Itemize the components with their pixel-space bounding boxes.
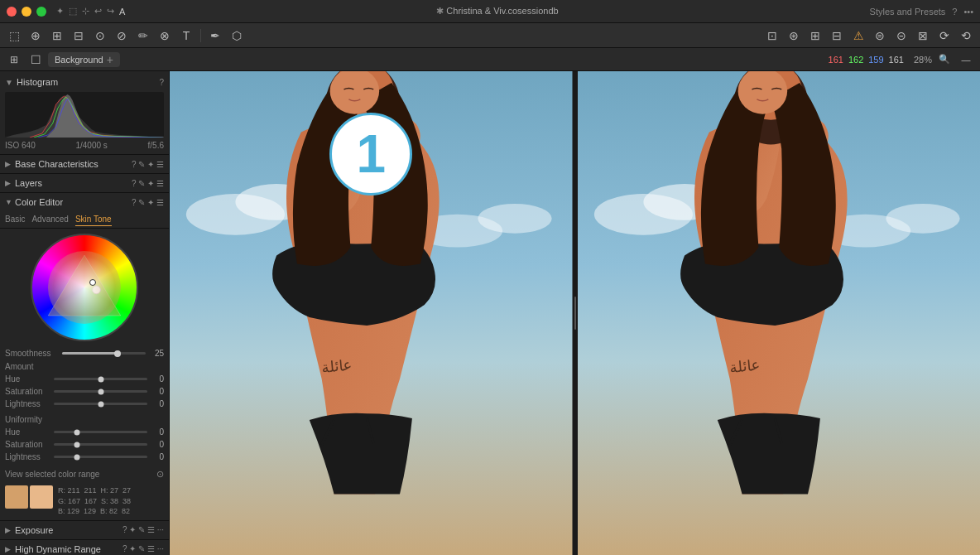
main-area: ▼ Histogram ? ISO 640 1/4000 s f/5.6: [0, 71, 980, 555]
maximize-button[interactable]: [36, 7, 46, 17]
swatch-1[interactable]: [5, 485, 28, 509]
shape-tool[interactable]: ⬡: [228, 27, 246, 45]
text-tool[interactable]: T: [177, 27, 195, 45]
panel-icon[interactable]: ⊠: [914, 27, 932, 45]
uni-light-row: Lightness 0: [5, 451, 164, 463]
uni-hue-slider[interactable]: [54, 431, 147, 433]
heal-tool[interactable]: ⊟: [70, 27, 88, 45]
lightness-value: 0: [151, 399, 164, 408]
help-icon[interactable]: ?: [952, 7, 957, 17]
transform-tool[interactable]: ⊞: [48, 27, 66, 45]
toolbar-separator: [200, 29, 201, 42]
high-dynamic-section: ▶ High Dynamic Range ? ✦ ✎ ☰ ···: [0, 540, 169, 555]
svg-text:عائلة: عائلة: [320, 356, 353, 375]
background-tab[interactable]: Background +: [48, 52, 120, 67]
toolbar-icon[interactable]: ⬚: [69, 6, 77, 17]
uni-sat-row: Saturation 0: [5, 438, 164, 451]
more-icon[interactable]: •••: [963, 7, 973, 17]
pen-tool[interactable]: ✒: [206, 27, 224, 45]
compare-icon[interactable]: ⊟: [828, 27, 846, 45]
view-selected-icon[interactable]: ⊙: [156, 469, 164, 480]
layer-check-icon[interactable]: ☐: [26, 51, 45, 69]
saturation-label: Saturation: [5, 387, 50, 396]
smoothness-slider[interactable]: [62, 352, 146, 355]
export-icon[interactable]: ⊛: [785, 27, 803, 45]
smoothness-row: Smoothness 25: [0, 346, 169, 360]
color-editor-label: Color Editor: [15, 197, 128, 207]
amount-title: Amount: [5, 362, 164, 371]
exposure-chevron: ▶: [5, 526, 12, 534]
uni-sat-slider[interactable]: [54, 443, 147, 446]
swatch-2[interactable]: [30, 485, 53, 509]
hue-value: 0: [151, 374, 164, 384]
saturation-slider[interactable]: [54, 390, 147, 393]
hue-label: Hue: [5, 374, 50, 384]
toolbar-icon[interactable]: ✦: [56, 6, 64, 17]
tab-skin-tone[interactable]: Skin Tone: [75, 213, 112, 226]
high-dynamic-label: High Dynamic Range: [15, 544, 119, 554]
layers-section: ▶ Layers ? ✎ ✦ ☰: [0, 174, 169, 193]
histogram-meta: ISO 640 1/4000 s f/5.6: [5, 140, 164, 151]
layer-grid-icon[interactable]: ⊞: [5, 51, 23, 69]
toolbar-icon[interactable]: ⊹: [82, 6, 89, 17]
comparison-badge: 1: [329, 113, 412, 195]
history-icon[interactable]: ⊡: [763, 27, 781, 45]
pixel-w: 161: [889, 55, 904, 65]
color-wheel[interactable]: [31, 234, 138, 341]
color-editor-header[interactable]: ▼ Color Editor ? ✎ ✦ ☰: [0, 193, 169, 211]
warning-icon[interactable]: ⚠: [849, 27, 867, 45]
base-characteristics-section: ▶ Base Characteristics ? ✎ ✦ ☰: [0, 155, 169, 174]
base-characteristics-header[interactable]: ▶ Base Characteristics ? ✎ ✦ ☰: [0, 155, 169, 173]
uni-light-value: 0: [151, 452, 164, 461]
exposure-header[interactable]: ▶ Exposure ? ✦ ✎ ☰ ···: [0, 521, 169, 539]
histogram-header[interactable]: ▼ Histogram ?: [5, 75, 164, 89]
toolbar-icon[interactable]: A: [119, 7, 125, 17]
left-panel: ▼ Histogram ? ISO 640 1/4000 s f/5.6: [0, 71, 170, 555]
saturation-row: Saturation 0: [5, 385, 164, 398]
color-editor-tabs: Basic Advanced Skin Tone: [0, 211, 169, 229]
bottom-panel-sections: ▶ Exposure ? ✦ ✎ ☰ ··· ▶ High Dynamic Ra…: [0, 521, 169, 555]
reset-icon[interactable]: ⟳: [935, 27, 954, 45]
mask-icon[interactable]: ⊜: [871, 27, 889, 45]
uni-light-slider[interactable]: [54, 456, 147, 458]
pixel-g: 162: [848, 55, 863, 65]
right-photo-panel: عائلة: [578, 71, 981, 555]
select-tool[interactable]: ⬚: [5, 27, 23, 45]
gradient-tool[interactable]: ⊗: [156, 27, 174, 45]
close-button[interactable]: [7, 7, 17, 17]
swatch-info: R: 211 211 H: 27 27 G: 167 167 S: 38 38 …: [58, 485, 131, 517]
svg-point-18: [886, 204, 959, 234]
layout-icon[interactable]: ⊝: [892, 27, 910, 45]
layers-header[interactable]: ▶ Layers ? ✎ ✦ ☰: [0, 174, 169, 192]
tab-advanced[interactable]: Advanced: [31, 213, 68, 226]
uniformity-title: Uniformity: [5, 415, 164, 424]
clone-tool[interactable]: ⊙: [91, 27, 109, 45]
lightness-slider[interactable]: [54, 403, 147, 405]
base-characteristics-actions: ? ✎ ✦ ☰: [132, 160, 164, 169]
grid-icon[interactable]: ⊞: [806, 27, 824, 45]
badge-number: 1: [356, 128, 386, 181]
layers-label: Layers: [15, 178, 128, 188]
toolbar-icon[interactable]: ↪: [107, 6, 114, 17]
hue-slider[interactable]: [54, 378, 147, 380]
fit-icon[interactable]: —: [957, 51, 975, 69]
tab-basic[interactable]: Basic: [5, 213, 25, 226]
color-editor-chevron: ▼: [5, 198, 12, 206]
brush-tool[interactable]: ✏: [134, 27, 152, 45]
view-selected-label: View selected color range: [5, 470, 153, 479]
sync-icon[interactable]: ⟲: [957, 27, 975, 45]
zoom-icon[interactable]: 🔍: [935, 51, 954, 69]
canvas-inner: عائلة 1: [170, 71, 980, 555]
minimize-button[interactable]: [22, 7, 31, 17]
high-dynamic-header[interactable]: ▶ High Dynamic Range ? ✦ ✎ ☰ ···: [0, 540, 169, 555]
color-editor-actions: ? ✎ ✦ ☰: [132, 198, 164, 207]
erase-tool[interactable]: ⊘: [113, 27, 131, 45]
hue-row: Hue 0: [5, 373, 164, 385]
layers-actions: ? ✎ ✦ ☰: [132, 179, 164, 188]
crop-tool[interactable]: ⊕: [26, 27, 45, 45]
toolbar-icon[interactable]: ↩: [94, 6, 102, 17]
uni-sat-value: 0: [151, 440, 164, 449]
add-tab-icon[interactable]: +: [107, 54, 113, 65]
shutter-value: 1/4000 s: [75, 141, 107, 150]
traffic-lights: [7, 7, 46, 17]
